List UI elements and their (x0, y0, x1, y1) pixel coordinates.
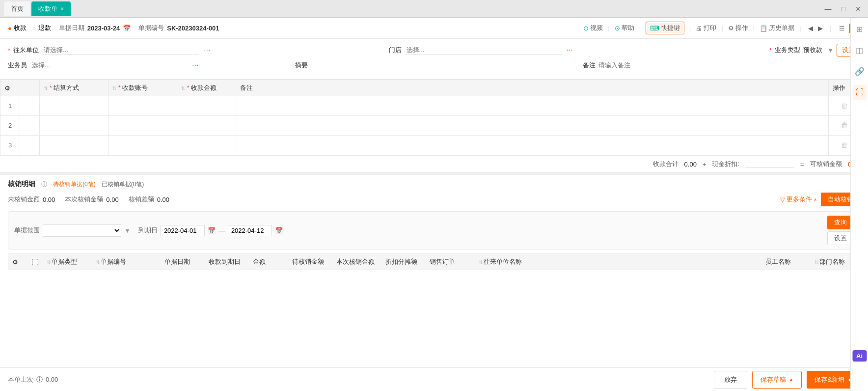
more-filter-btn[interactable]: ▽ 更多条件 ∧ (780, 195, 817, 204)
footer-info-icon[interactable]: ⓘ (36, 375, 43, 384)
prev-arrow[interactable]: ◀ (806, 24, 815, 33)
operation-action[interactable]: ⚙ 操作 (728, 24, 748, 32)
voucher-range-chevron: ▼ (124, 227, 131, 234)
voucher-range-label: 单据范围 (14, 226, 40, 235)
select-all-checkbox[interactable] (32, 259, 38, 265)
list-view-btn[interactable]: ☰ (836, 24, 848, 33)
bth-pending-label: 待核销金额 (292, 257, 324, 266)
date-from-input[interactable] (161, 225, 205, 236)
filter-buttons: 查询 设置 (827, 216, 854, 245)
tab-receipt[interactable]: 收款单 × (31, 1, 71, 16)
filter-row: 单据范围 ▼ 到期日 📅 — 📅 查询 设置 (8, 211, 860, 250)
remark-input[interactable] (598, 61, 860, 69)
partner-more-icon[interactable]: ··· (204, 46, 210, 55)
sidebar-table-icon[interactable]: ⊞ (853, 22, 866, 37)
discount-input[interactable] (745, 160, 794, 168)
settlement-cell-1[interactable] (40, 96, 108, 116)
next-arrow[interactable]: ▶ (816, 24, 825, 33)
remark-cell-3[interactable] (236, 136, 829, 155)
done-tab[interactable]: 已核销单据(0笔) (102, 180, 144, 189)
date-from-calendar-icon[interactable]: 📅 (208, 227, 216, 234)
recon-info-icon[interactable]: ⓘ (41, 180, 47, 189)
settlement-cell-3[interactable] (40, 136, 108, 155)
video-action[interactable]: ⊙ 视频 (583, 24, 603, 32)
amount-input-3[interactable] (177, 136, 236, 155)
store-more-icon[interactable]: ··· (567, 46, 573, 55)
history-action[interactable]: 📋 历史单据 (760, 24, 794, 32)
tab-close-icon[interactable]: × (60, 5, 64, 12)
date-to-calendar-icon[interactable]: 📅 (275, 227, 283, 234)
account-cell-3[interactable] (108, 136, 177, 155)
account-input-3[interactable] (108, 136, 177, 155)
summary-input[interactable] (311, 61, 572, 69)
partner-field-group: * 往来单位 ··· (8, 45, 379, 55)
settlement-input-1[interactable] (40, 96, 108, 115)
pending-tab[interactable]: 待核销单据(0笔) (53, 180, 96, 189)
help-action[interactable]: ⊙ 帮助 (615, 24, 634, 32)
sidebar-link-icon[interactable]: 🔗 (852, 64, 868, 79)
print-action[interactable]: 🖨 打印 (696, 24, 716, 32)
radio-receipt[interactable]: ● 收款 (8, 24, 27, 32)
ai-button[interactable]: Ai (852, 350, 867, 362)
window-close-button[interactable]: ✕ (852, 4, 864, 14)
business-chevron-icon[interactable]: ▼ (827, 47, 834, 54)
date-to-input[interactable] (228, 225, 272, 236)
delete-icon-1[interactable]: 🗑 (841, 102, 848, 110)
shortcut-action[interactable]: ⌨ 快捷键 (646, 22, 684, 34)
tab-home[interactable]: 首页 (4, 1, 30, 16)
table-row: 3 🗑 ⧉ (0, 136, 868, 155)
save-draft-button[interactable]: 保存草稿 ▲ (752, 371, 802, 389)
bth-gear-icon[interactable]: ⚙ (12, 258, 18, 266)
sidebar-doc-icon[interactable]: ◫ (853, 43, 866, 58)
sidebar-expand-icon[interactable]: ⛶ (853, 85, 867, 100)
remark-cell-1[interactable] (236, 96, 829, 116)
account-cell-1[interactable] (108, 96, 177, 116)
staff-input[interactable] (30, 60, 187, 70)
abandon-button[interactable]: 放弃 (714, 371, 747, 389)
account-input-1[interactable] (108, 96, 177, 115)
delete-icon-2[interactable]: 🗑 (841, 121, 848, 130)
date-calendar-icon[interactable]: 📅 (123, 25, 131, 32)
dept-sort-icon: ⇅ (814, 259, 818, 265)
amount-cell-3[interactable] (177, 136, 236, 155)
partner-sort-icon: ⇅ (479, 259, 483, 265)
radio-refund[interactable]: ○ 退款 (32, 24, 51, 32)
table-row: 2 🗑 ⧉ (0, 116, 868, 136)
amount-cell-2[interactable] (177, 116, 236, 136)
remark-cell-2[interactable] (236, 116, 829, 136)
current-verify-value: 0.00 (106, 196, 118, 203)
settlement-cell-2[interactable] (40, 116, 108, 136)
more-filter-chevron: ∧ (814, 197, 817, 202)
date-separator: — (218, 227, 225, 234)
staff-more-icon[interactable]: ··· (192, 61, 198, 70)
account-input-2[interactable] (108, 116, 177, 135)
account-cell-2[interactable] (108, 116, 177, 136)
settlement-input-3[interactable] (40, 136, 108, 155)
footer-actions: 放弃 保存草稿 ▲ 保存&新增 ▲ (714, 371, 860, 389)
type-sort-icon: ⇅ (47, 259, 51, 265)
query-button[interactable]: 查询 (827, 216, 854, 229)
voucher-range-select[interactable] (43, 224, 121, 237)
receipt-type-radio-group: ● 收款 ○ 退款 (8, 24, 51, 32)
prev-doc-value: 0.00 (46, 376, 58, 383)
business-value: 预收款 (803, 46, 822, 55)
partner-input[interactable] (42, 45, 199, 55)
bth-amount-label: 金额 (253, 257, 266, 266)
settlement-input-2[interactable] (40, 116, 108, 135)
amount-cell-1[interactable] (177, 96, 236, 116)
bth-staff-label: 员工名称 (765, 257, 791, 266)
date-value: 2023-03-24 (87, 25, 120, 32)
store-input[interactable] (405, 45, 562, 55)
amount-input-2[interactable] (177, 116, 236, 135)
number-label: 单据编号 (138, 24, 164, 32)
remark-input-1[interactable] (236, 96, 828, 115)
maximize-button[interactable]: □ (839, 4, 848, 14)
remark-input-3[interactable] (236, 136, 828, 155)
minimize-button[interactable]: — (822, 4, 835, 14)
filter-settings-button[interactable]: 设置 (827, 231, 854, 245)
remark-input-2[interactable] (236, 116, 828, 135)
amount-input-1[interactable] (177, 96, 236, 115)
gear-icon[interactable]: ⚙ (4, 84, 10, 92)
delete-icon-3[interactable]: 🗑 (841, 141, 848, 149)
print-icon: 🖨 (696, 25, 702, 32)
